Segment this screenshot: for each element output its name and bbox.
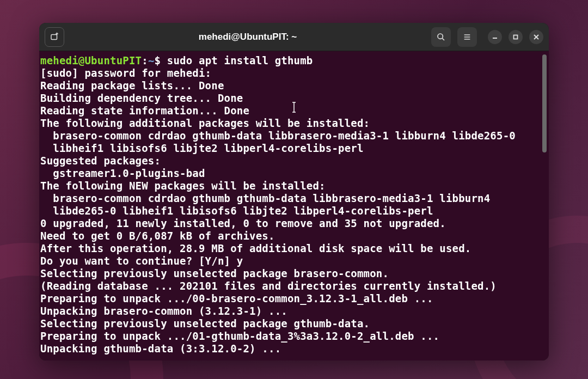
minimize-button[interactable] [488, 30, 502, 44]
output-line: brasero-common cdrdao gthumb-data libbra… [40, 130, 516, 142]
svg-rect-9 [514, 35, 518, 39]
svg-line-4 [442, 38, 444, 40]
scrollbar-thumb[interactable] [542, 54, 547, 152]
output-line: 0 upgraded, 11 newly installed, 0 to rem… [40, 217, 446, 229]
output-line: [sudo] password for mehedi: [40, 67, 211, 79]
terminal-content: mehedi@UbuntuPIT:~$ sudo apt install gth… [40, 54, 548, 355]
prompt-user: mehedi@UbuntuPIT [40, 54, 142, 66]
output-line: libheif1 libisofs6 libjte2 libperl4-core… [40, 142, 364, 154]
prompt-path: ~ [148, 54, 155, 66]
output-line: (Reading database ... 202101 files and d… [40, 280, 497, 292]
menu-button[interactable] [457, 27, 477, 47]
output-line: Do you want to continue? [Y/n] y [40, 255, 243, 267]
maximize-button[interactable] [509, 30, 523, 44]
output-line: Need to get 0 B/6,087 kB of archives. [40, 230, 275, 242]
output-line: brasero-common cdrdao gthumb gthumb-data… [40, 192, 490, 204]
output-line: Selecting previously unselected package … [40, 267, 389, 279]
command-text: sudo apt install gthumb [167, 54, 313, 66]
output-line: The following NEW packages will be insta… [40, 180, 326, 192]
output-line: Reading package lists... Done [40, 80, 224, 91]
svg-point-3 [438, 34, 443, 39]
output-line: Unpacking brasero-common (3.12.3-1) ... [40, 305, 287, 317]
output-line: gstreamer1.0-plugins-bad [40, 167, 205, 179]
svg-rect-0 [51, 34, 57, 39]
output-line: Reading state information... Done [40, 105, 249, 117]
new-tab-button[interactable] [45, 27, 64, 47]
prompt-sep: : [142, 54, 148, 66]
output-line: Selecting previously unselected package … [40, 317, 370, 329]
search-button[interactable] [431, 27, 451, 47]
output-line: After this operation, 28.9 MB of additio… [40, 242, 471, 254]
output-line: Preparing to unpack .../01-gthumb-data_3… [40, 330, 439, 342]
output-line: Preparing to unpack .../00-brasero-commo… [40, 292, 433, 304]
terminal-body[interactable]: mehedi@UbuntuPIT:~$ sudo apt install gth… [39, 51, 549, 360]
output-line: Building dependency tree... Done [40, 92, 243, 104]
window-title: mehedi@UbuntuPIT: ~ [64, 32, 431, 42]
output-line: Suggested packages: [40, 155, 161, 167]
output-line: libde265-0 libheif1 libisofs6 libjte2 li… [40, 205, 433, 217]
close-button[interactable] [529, 30, 543, 44]
prompt-dollar: $ [155, 54, 161, 66]
terminal-window: mehedi@UbuntuPIT: ~ [39, 23, 549, 360]
titlebar: mehedi@UbuntuPIT: ~ [39, 23, 549, 51]
output-line: Unpacking gthumb-data (3:3.12.0-2) ... [40, 343, 281, 354]
output-line: The following additional packages will b… [40, 117, 370, 129]
